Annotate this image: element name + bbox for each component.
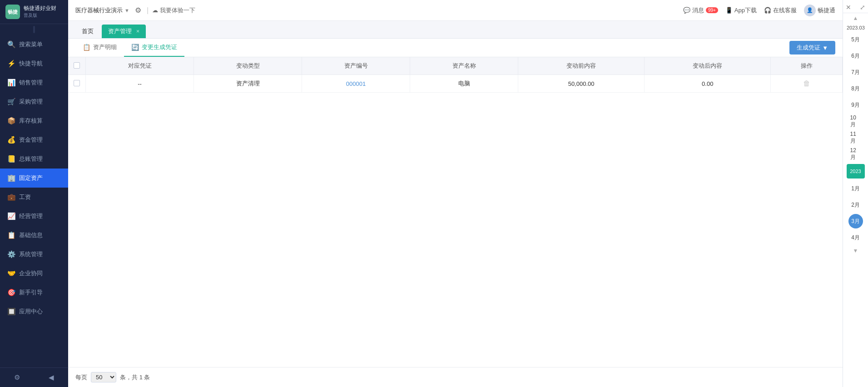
cal-month-jan[interactable]: 1月 <box>848 181 863 196</box>
message-icon: 💬 <box>683 7 690 14</box>
sidebar-item-app-center[interactable]: 🔲 应用中心 <box>0 302 68 321</box>
basic-info-icon: 📋 <box>7 231 15 239</box>
calendar-expand-icon[interactable]: ⤢ <box>860 4 865 11</box>
content-area: 📋 资产明细 🔄 变更生成凭证 生成凭证 ▼ <box>68 39 843 387</box>
generate-voucher-button[interactable]: 生成凭证 ▼ <box>789 41 835 55</box>
sidebar-item-payroll[interactable]: 💼 工资 <box>0 188 68 207</box>
sidebar-item-cooperation[interactable]: 🤝 企业协同 <box>0 264 68 283</box>
cal-month-8[interactable]: 8月 <box>848 81 863 96</box>
col-before: 变动前内容 <box>518 57 645 75</box>
change-voucher-icon: 🔄 <box>131 44 139 51</box>
sidebar-bottom: ⚙ ◀ <box>0 367 68 387</box>
cell-asset-no[interactable]: 000001 <box>302 75 410 93</box>
sidebar-item-ledger[interactable]: 📒 总账管理 <box>0 149 68 169</box>
message-badge: 99+ <box>706 7 718 13</box>
select-all-cell[interactable] <box>68 57 86 75</box>
cal-month-10[interactable]: 10月 <box>848 114 863 129</box>
operations-icon: 📈 <box>7 212 15 220</box>
tab-home[interactable]: 首页 <box>75 25 100 38</box>
cal-month-apr[interactable]: 4月 <box>848 230 863 245</box>
sub-tab-change-voucher[interactable]: 🔄 变更生成凭证 <box>124 39 184 57</box>
cal-prev-year: 2023.03 <box>843 23 868 31</box>
cell-before: 50,000.00 <box>518 75 645 93</box>
cooperation-icon: 🤝 <box>7 269 15 278</box>
sidebar-item-purchase[interactable]: 🛒 采购管理 <box>0 92 68 111</box>
cal-month-12[interactable]: 12月 <box>848 147 863 161</box>
company-selector[interactable]: 医疗器械行业演示 ▼ <box>75 6 129 15</box>
chevron-down-icon: ▼ <box>853 248 858 254</box>
cal-month-7[interactable]: 7月 <box>848 65 863 79</box>
col-action: 操作 <box>771 57 843 75</box>
headset-icon: 🎧 <box>764 7 771 14</box>
tab-close-icon[interactable]: × <box>136 28 140 35</box>
col-after: 变动后内容 <box>645 57 771 75</box>
cal-current-year[interactable]: 2023 <box>847 164 865 179</box>
experience-button[interactable]: ☁ 我要体验一下 <box>152 6 195 15</box>
table-wrapper: 对应凭证 变动类型 资产编号 资产名称 变动前内容 <box>68 57 843 367</box>
sidebar-item-label: 搜索菜单 <box>19 40 43 49</box>
main-area: 医疗器械行业演示 ▼ ⚙ | ☁ 我要体验一下 💬 消息 99+ 📱 App下载… <box>68 0 843 387</box>
asset-detail-icon: 📋 <box>83 44 90 51</box>
cal-month-6[interactable]: 6月 <box>848 49 863 63</box>
sidebar-item-search[interactable]: 🔍 搜索菜单 <box>0 35 68 54</box>
cal-month-feb[interactable]: 2月 <box>848 198 863 212</box>
cal-month-mar[interactable]: 3月 <box>848 214 863 228</box>
logo-title: 畅捷通好业财 <box>24 5 56 12</box>
online-service-action[interactable]: 🎧 在线客服 <box>764 6 797 15</box>
delete-icon[interactable]: 🗑 <box>803 79 810 87</box>
sidebar-item-fixed-assets[interactable]: 🏢 固定资产 <box>0 169 68 188</box>
col-change-type: 变动类型 <box>194 57 302 75</box>
inventory-icon: 📦 <box>7 117 15 125</box>
col-asset-no: 资产编号 <box>302 57 410 75</box>
cell-after: 0.00 <box>645 75 771 93</box>
sidebar: 畅捷 畅捷通好业财 普及版 🔍 搜索菜单 ⚡ 快捷导航 📊 销售管理 🛒 采购管… <box>0 0 68 387</box>
cal-month-11[interactable]: 11月 <box>848 130 863 145</box>
sidebar-item-basic-info[interactable]: 📋 基础信息 <box>0 226 68 245</box>
cloud-icon: ☁ <box>152 7 158 14</box>
settings-icon[interactable]: ⚙ <box>133 4 143 16</box>
sidebar-item-system[interactable]: ⚙️ 系统管理 <box>0 245 68 264</box>
row-checkbox[interactable] <box>74 80 80 86</box>
col-voucher: 对应凭证 <box>86 57 194 75</box>
sub-tab-asset-detail[interactable]: 📋 资产明细 <box>75 39 124 57</box>
system-icon: ⚙️ <box>7 250 15 258</box>
sidebar-item-guide[interactable]: 🎯 新手引导 <box>0 283 68 302</box>
asset-table: 对应凭证 变动类型 资产编号 资产名称 变动前内容 <box>68 57 843 93</box>
cal-month-5[interactable]: 5月 <box>848 32 863 47</box>
nav-list: 🔍 搜索菜单 ⚡ 快捷导航 📊 销售管理 🛒 采购管理 📦 库存核算 💰 资金管… <box>0 35 68 367</box>
collapse-btn[interactable]: ◀ <box>45 372 58 383</box>
tabs-bar: 首页 资产管理 × <box>68 21 843 39</box>
dropdown-icon: ▼ <box>124 8 129 13</box>
sidebar-item-funds[interactable]: 💰 资金管理 <box>0 130 68 149</box>
message-action[interactable]: 💬 消息 99+ <box>683 6 718 15</box>
user-action[interactable]: 👤 畅捷通 <box>804 5 835 16</box>
guide-icon: 🎯 <box>7 288 15 297</box>
sidebar-item-operations[interactable]: 📈 经营管理 <box>0 207 68 226</box>
per-page-unit: 条，共 1 条 <box>120 373 150 382</box>
sidebar-item-inventory[interactable]: 📦 库存核算 <box>0 111 68 130</box>
cal-scroll-up[interactable]: ▲ <box>843 13 868 23</box>
header: 医疗器械行业演示 ▼ ⚙ | ☁ 我要体验一下 💬 消息 99+ 📱 App下载… <box>68 0 843 21</box>
calendar-panel: ✕ ⤢ ▲ 2023.03 5月 6月 7月 8月 9月 10月 11月 12月… <box>843 0 868 387</box>
table-header-row: 对应凭证 变动类型 资产编号 资产名称 变动前内容 <box>68 57 843 75</box>
payroll-icon: 💼 <box>7 193 15 201</box>
app-download-action[interactable]: 📱 App下载 <box>725 6 757 15</box>
sidebar-item-quick-nav[interactable]: ⚡ 快捷导航 <box>0 54 68 73</box>
fixed-assets-icon: 🏢 <box>7 174 15 182</box>
quick-nav-icon: ⚡ <box>7 60 15 68</box>
cal-scroll-down[interactable]: ▼ <box>843 246 868 256</box>
calendar-close-icon[interactable]: ✕ <box>846 4 851 11</box>
tab-asset-mgmt[interactable]: 资产管理 × <box>102 25 146 38</box>
cell-voucher: -- <box>86 75 194 93</box>
settings-bottom-btn[interactable]: ⚙ <box>10 372 24 383</box>
pagination: 每页 50 100 200 条，共 1 条 <box>68 367 843 387</box>
cell-action[interactable]: 🗑 <box>771 75 843 93</box>
calendar-header: ✕ ⤢ <box>843 2 868 13</box>
sidebar-item-sales[interactable]: 📊 销售管理 <box>0 73 68 92</box>
ledger-icon: 📒 <box>7 155 15 163</box>
sales-icon: 📊 <box>7 79 15 87</box>
per-page-select[interactable]: 50 100 200 <box>91 372 116 382</box>
cal-month-9[interactable]: 9月 <box>848 98 863 112</box>
select-all-checkbox[interactable] <box>74 62 80 69</box>
table-row: -- 资产清理 000001 电脑 50,000.00 <box>68 75 843 93</box>
